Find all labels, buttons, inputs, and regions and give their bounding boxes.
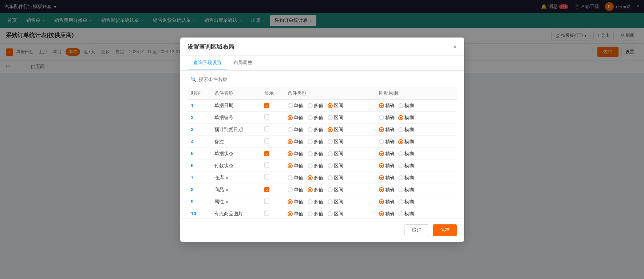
dialog-tab-layout[interactable]: 布局调整 [228,56,258,70]
modal-overlay: 设置查询区域布局 × 查询字段设置 布局调整 🔍 顺序 [0,0,644,73]
dialog-tab-fields-label: 查询字段设置 [193,60,222,65]
dialog-title: 设置查询区域布局 [187,43,234,51]
dialog-close-button[interactable]: × [453,43,457,51]
dialog-tab-fields[interactable]: 查询字段设置 [187,56,228,70]
dialog-header: 设置查询区域布局 × [180,38,464,56]
dialog-tab-layout-label: 布局调整 [233,60,252,65]
dialog-tab-bar: 查询字段设置 布局调整 [180,56,464,71]
settings-dialog: 设置查询区域布局 × 查询字段设置 布局调整 🔍 顺序 [180,38,464,74]
dialog-search-area: 🔍 [180,71,464,74]
